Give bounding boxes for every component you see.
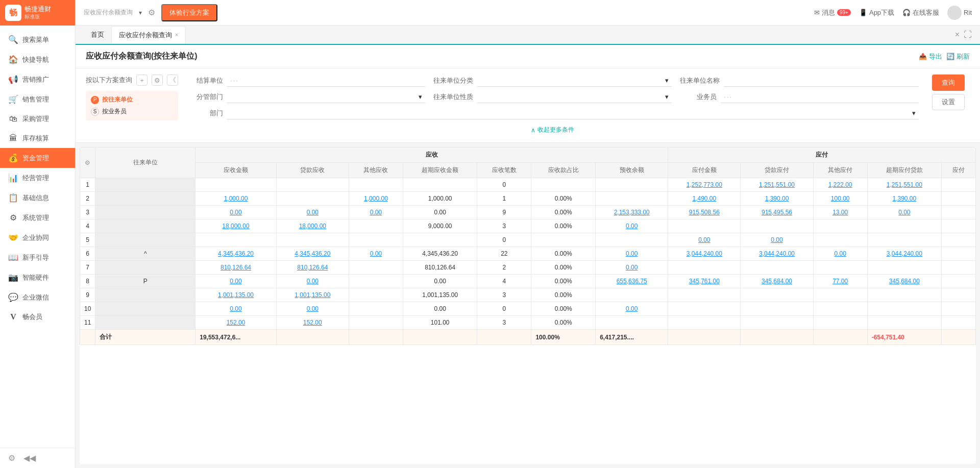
- table-cell[interactable]: 0.00: [276, 275, 349, 288]
- table-cell[interactable]: 0.00: [276, 302, 349, 316]
- table-cell[interactable]: 345,684.00: [867, 275, 941, 288]
- sidebar-item-corp[interactable]: 🤝 企业协同: [0, 228, 75, 248]
- table-cell[interactable]: 0.00: [741, 233, 813, 247]
- footer-recv-total[interactable]: 19,553,472,6...: [195, 330, 276, 345]
- sidebar-item-operations[interactable]: 📊 经营管理: [0, 168, 75, 188]
- table-cell[interactable]: 13.00: [813, 206, 867, 219]
- table-cell[interactable]: 0.00: [596, 261, 668, 275]
- partner-category-select[interactable]: ▾: [477, 75, 672, 87]
- app-download-button[interactable]: 📱 App下载: [859, 8, 894, 17]
- refresh-icon: 🔄: [946, 53, 954, 60]
- table-cell[interactable]: 1,001,135.00: [276, 288, 349, 302]
- table-cell[interactable]: 77.00: [813, 275, 867, 288]
- filter-collapse-button[interactable]: 《: [167, 75, 178, 86]
- partner-name-input[interactable]: [724, 75, 919, 87]
- filter-option-salesperson[interactable]: S 按业务员: [91, 106, 173, 117]
- sidebar-item-system[interactable]: ⚙ 系统管理: [0, 208, 75, 228]
- department-select[interactable]: ▾: [227, 107, 919, 119]
- refresh-button[interactable]: 🔄 刷新: [946, 52, 970, 61]
- sidebar-item-finance[interactable]: 💰 资金管理: [0, 148, 75, 168]
- table-cell[interactable]: 3,044,240.00: [867, 247, 941, 261]
- filter-option-partner[interactable]: P 按往来单位: [91, 94, 173, 106]
- table-cell[interactable]: 0.00: [195, 206, 276, 219]
- header-dropdown[interactable]: ▾: [139, 9, 142, 16]
- table-cell[interactable]: 1,490.00: [668, 192, 741, 206]
- tab-receivable[interactable]: 应收应付余额查询 ×: [111, 26, 186, 44]
- table-cell[interactable]: 0.00: [596, 247, 668, 261]
- table-cell[interactable]: 152.00: [195, 316, 276, 330]
- filter-add-button[interactable]: +: [136, 75, 148, 86]
- sidebar-item-wechat[interactable]: 💬 企业微信: [0, 287, 75, 307]
- table-cell[interactable]: 1,251,551.00: [867, 178, 941, 192]
- service-button[interactable]: 🎧 在线客服: [902, 8, 939, 17]
- user-info[interactable]: Rit: [947, 6, 972, 20]
- settings-button[interactable]: 设置: [932, 94, 965, 110]
- table-settings-icon[interactable]: ⚙: [85, 159, 90, 166]
- table-cell[interactable]: 3,044,240.00: [741, 247, 813, 261]
- collapse-more-button[interactable]: ∧ 收起更多条件: [186, 124, 919, 136]
- collapse-footer-icon[interactable]: ◀‌◀: [23, 453, 36, 463]
- table-cell[interactable]: 18,000.00: [276, 219, 349, 233]
- query-button[interactable]: 查询: [932, 75, 965, 91]
- table-cell[interactable]: 4,345,436.20: [195, 247, 276, 261]
- table-cell[interactable]: 1,000.00: [195, 192, 276, 206]
- table-cell[interactable]: 2,153,333.00: [596, 206, 668, 219]
- header-gear-icon[interactable]: ⚙: [148, 8, 155, 17]
- table-cell[interactable]: 0.00: [195, 302, 276, 316]
- th-settings[interactable]: ⚙: [80, 147, 95, 178]
- table-cell[interactable]: 0.00: [813, 247, 867, 261]
- sidebar-item-marketing[interactable]: 📢 营销推广: [0, 69, 75, 89]
- settings-footer-icon[interactable]: ⚙: [8, 453, 15, 463]
- sidebar-item-quicknav[interactable]: 🏠 快捷导航: [0, 50, 75, 69]
- tab-close-icon[interactable]: ×: [175, 32, 178, 38]
- sidebar-item-member[interactable]: V 畅会员: [0, 307, 75, 327]
- sidebar-item-hardware[interactable]: 📷 智能硬件: [0, 267, 75, 287]
- partner-nature-select[interactable]: ▾: [477, 91, 672, 103]
- sidebar-item-inventory[interactable]: 🏛 库存核算: [0, 129, 75, 148]
- table-cell[interactable]: 0.00: [349, 247, 403, 261]
- sidebar-item-search[interactable]: 🔍 搜索菜单: [0, 30, 75, 50]
- table-cell[interactable]: 0.00: [867, 206, 941, 219]
- settlement-label: 结算单位: [186, 76, 223, 85]
- table-cell[interactable]: 915,495.56: [741, 206, 813, 219]
- export-button[interactable]: 📤 导出: [919, 52, 942, 61]
- table-cell[interactable]: 3,044,240.00: [668, 247, 741, 261]
- table-cell[interactable]: 18,000.00: [195, 219, 276, 233]
- tab-home[interactable]: 首页: [84, 26, 111, 43]
- sidebar-item-purchase[interactable]: 🛍 采购管理: [0, 109, 75, 129]
- table-cell[interactable]: 345,761.00: [668, 275, 741, 288]
- promo-button[interactable]: 体验行业方案: [161, 4, 217, 21]
- table-cell[interactable]: 4,345,436.20: [276, 247, 349, 261]
- main: 首页 应收应付余额查询 × × ⛶ 应收应付余额查询(按往来单位) 📤 导出 🔄…: [76, 26, 980, 468]
- messages-button[interactable]: ✉ 消息 99+: [814, 8, 851, 17]
- table-cell[interactable]: 0.00: [596, 219, 668, 233]
- table-cell[interactable]: 1,222.00: [813, 178, 867, 192]
- table-cell[interactable]: 0.00: [195, 275, 276, 288]
- settlement-input[interactable]: ···: [227, 75, 425, 87]
- sidebar-item-sales[interactable]: 🛒 销售管理: [0, 89, 75, 109]
- table-cell[interactable]: 1,001,135.00: [195, 288, 276, 302]
- table-cell[interactable]: 152.00: [276, 316, 349, 330]
- sidebar-item-guide[interactable]: 📖 新手引导: [0, 248, 75, 267]
- table-cell[interactable]: 345,684.00: [741, 275, 813, 288]
- table-cell[interactable]: 810,126.64: [276, 261, 349, 275]
- table-cell[interactable]: 655,636.75: [596, 275, 668, 288]
- table-cell[interactable]: 1,390.00: [741, 192, 813, 206]
- table-cell[interactable]: 1,251,551.00: [741, 178, 813, 192]
- table-cell[interactable]: 100.00: [813, 192, 867, 206]
- table-cell[interactable]: 1,390.00: [867, 192, 941, 206]
- table-cell[interactable]: 0.00: [349, 206, 403, 219]
- window-close-button[interactable]: ×: [955, 30, 960, 39]
- filter-settings-button[interactable]: ⚙: [152, 75, 163, 86]
- window-expand-button[interactable]: ⛶: [964, 30, 972, 39]
- table-cell[interactable]: 810,126.64: [195, 261, 276, 275]
- table-cell[interactable]: 0.00: [596, 302, 668, 316]
- table-cell[interactable]: 1,252,773.00: [668, 178, 741, 192]
- table-cell[interactable]: 0.00: [668, 233, 741, 247]
- table-cell[interactable]: 1,000.00: [349, 192, 403, 206]
- dept-manage-select[interactable]: ▾: [227, 91, 425, 103]
- table-cell[interactable]: 0.00: [276, 206, 349, 219]
- table-cell[interactable]: 915,508.56: [668, 206, 741, 219]
- sidebar-item-basic[interactable]: 📋 基础信息: [0, 188, 75, 208]
- salesperson-input[interactable]: ···: [721, 91, 919, 103]
